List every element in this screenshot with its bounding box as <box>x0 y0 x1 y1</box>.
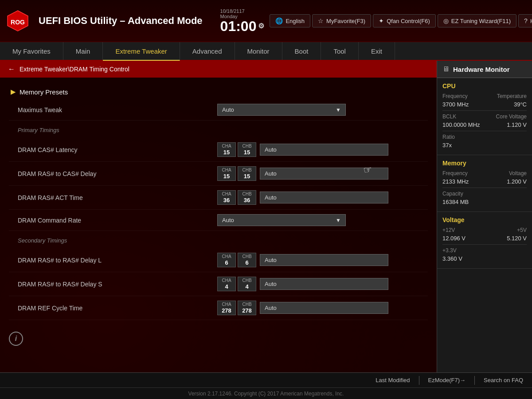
chb-label-act: CHB <box>242 192 251 197</box>
cpu-ratio-label-row: Ratio <box>442 134 527 140</box>
hotkeys-icon: ? <box>524 17 528 24</box>
nav-tool[interactable]: Tool <box>321 42 359 60</box>
memory-capacity-label: Capacity <box>442 191 463 197</box>
dram-ras-ras-delay-s-values: CHA 4 CHB 4 <box>217 277 388 291</box>
main-wrapper: ROG UEFI BIOS Utility – Advanced Mode 10… <box>0 0 532 399</box>
voltage-12v-5v-values-row: 12.096 V 5.120 V <box>442 235 527 242</box>
dram-ras-ras-delay-l-input[interactable] <box>260 254 388 266</box>
cpu-ratio-value: 37x <box>442 142 452 149</box>
dram-cas-latency-row: DRAM CAS# Latency CHA 15 CHB 15 <box>9 138 428 162</box>
dram-command-rate-dropdown[interactable]: Auto ▼ <box>217 214 346 226</box>
dram-cas-latency-input[interactable] <box>260 144 388 156</box>
chb-label-ref: CHB <box>242 302 251 307</box>
cpu-temperature-label: Temperature <box>497 93 527 99</box>
nav-advanced[interactable]: Advanced <box>180 42 235 60</box>
secondary-timings-divider: Secondary Timings <box>9 235 428 246</box>
date-display: 10/18/2117Monday <box>220 8 245 19</box>
dram-ras-cas-delay-input[interactable] <box>260 168 388 180</box>
hotkeys-button[interactable]: ? Hot Keys <box>518 14 532 27</box>
nav-boot[interactable]: Boot <box>282 42 321 60</box>
version-text: Version 2.17.1246. Copyright (C) 2017 Am… <box>0 388 532 399</box>
nav-extreme-tweaker[interactable]: Extreme Tweaker <box>103 42 180 61</box>
content-area: ← Extreme Tweaker\DRAM Timing Control ▶ … <box>0 61 532 372</box>
cpu-ratio-label: Ratio <box>442 134 455 140</box>
bottom-bar: Last Modified EzMode(F7)→ Search on FAQ … <box>0 372 532 399</box>
search-faq-button[interactable]: Search on FAQ <box>484 377 523 383</box>
cha-value-act: 36 <box>223 197 230 203</box>
cpu-core-voltage-label: Core Voltage <box>496 113 527 120</box>
breadcrumb-bar: ← Extreme Tweaker\DRAM Timing Control <box>0 61 437 78</box>
cha-box-delay-l: CHA 6 <box>217 253 236 267</box>
cha-value-ref: 278 <box>222 307 231 314</box>
dram-cas-latency-values: CHA 15 CHB 15 <box>217 142 388 157</box>
plus33v-value: 3.360 V <box>442 255 462 262</box>
chb-label-cas: CHB <box>242 144 251 149</box>
voltage-divider <box>442 244 527 245</box>
cha-box-delay-s: CHA 4 <box>217 277 236 291</box>
breadcrumb-back-button[interactable]: ← <box>8 65 15 73</box>
plus5v-label: +5V <box>517 227 527 233</box>
maximus-tweak-dropdown[interactable]: Auto ▼ <box>217 104 346 116</box>
cha-label-delay-l: CHA <box>222 254 231 259</box>
chb-box-ref: CHB 278 <box>238 301 256 315</box>
dram-ras-act-input[interactable] <box>260 192 388 203</box>
cha-value-ras-cas: 15 <box>223 173 230 180</box>
myfavorite-button[interactable]: ☆ MyFavorite(F3) <box>312 14 371 27</box>
tuning-icon: ◎ <box>443 17 449 24</box>
fan-icon: ✦ <box>379 17 384 24</box>
chb-value-delay-l: 6 <box>245 259 248 266</box>
right-panel: 🖥 Hardware Monitor CPU Frequency Tempera… <box>437 61 532 372</box>
cha-label-ras-cas: CHA <box>222 168 231 173</box>
cha-box-act: CHA 36 <box>217 190 236 205</box>
nav-bar: My Favorites Main Extreme Tweaker Advanc… <box>0 42 532 61</box>
nav-my-favorites[interactable]: My Favorites <box>0 42 63 60</box>
memory-presets-label: Memory Presets <box>20 88 68 96</box>
cha-chb-group-cas: CHA 15 CHB 15 <box>217 142 256 157</box>
cpu-bclk-value: 100.0000 MHz <box>442 121 480 128</box>
english-button[interactable]: 🌐 English <box>270 14 310 27</box>
memory-divider <box>442 188 527 188</box>
dram-ras-ras-delay-l-values: CHA 6 CHB 6 <box>217 253 388 267</box>
cha-label-cas: CHA <box>222 144 231 149</box>
globe-icon: 🌐 <box>275 17 283 24</box>
hardware-monitor-title: Hardware Monitor <box>453 66 510 73</box>
nav-monitor[interactable]: Monitor <box>235 42 282 60</box>
chb-value-cas: 15 <box>244 149 250 156</box>
settings-gear-icon[interactable]: ⚙ <box>258 23 264 30</box>
info-icon[interactable]: i <box>9 332 23 346</box>
dram-ras-ras-delay-l-label: DRAM RAS# to RAS# Delay L <box>18 257 217 264</box>
cpu-frequency-value-row: 3700 MHz 39°C <box>442 101 527 108</box>
cha-chb-group-delay-l: CHA 6 CHB 6 <box>217 253 256 267</box>
ezmode-button[interactable]: EzMode(F7)→ <box>428 377 466 383</box>
dram-ras-ras-delay-s-input[interactable] <box>260 278 388 290</box>
voltage-33v-label-row: +3.3V <box>442 247 527 254</box>
dram-ref-cycle-time-label: DRAM REF Cycle Time <box>18 305 217 312</box>
dram-ref-cycle-time-row: DRAM REF Cycle Time CHA 278 CHB 278 <box>9 296 428 320</box>
cpu-bclk-value-row: 100.0000 MHz 1.120 V <box>442 121 527 128</box>
cpu-temperature-value: 39°C <box>514 101 527 108</box>
memory-presets-section[interactable]: ▶ Memory Presets <box>9 84 428 99</box>
nav-exit[interactable]: Exit <box>359 42 395 60</box>
bottom-actions: Last Modified EzMode(F7)→ Search on FAQ <box>0 373 532 388</box>
breadcrumb-path: Extreme Tweaker\DRAM Timing Control <box>20 66 129 73</box>
cpu-section-title: CPU <box>442 82 527 90</box>
cpu-bclk-label: BCLK <box>442 113 456 120</box>
voltage-section: Voltage +12V +5V 12.096 V 5.120 V +3.3V … <box>437 212 532 269</box>
nav-main[interactable]: Main <box>63 42 103 60</box>
dram-ras-cas-delay-values: CHA 15 CHB 15 <box>217 166 388 181</box>
cha-value-delay-s: 4 <box>225 283 228 290</box>
dram-ref-cycle-time-input[interactable] <box>260 302 388 314</box>
top-buttons: 🌐 English ☆ MyFavorite(F3) ✦ Qfan Contro… <box>270 14 532 27</box>
memory-section: Memory Frequency Voltage 2133 MHz 1.200 … <box>437 155 532 212</box>
qfan-button[interactable]: ✦ Qfan Control(F6) <box>373 14 436 27</box>
dram-ras-ras-delay-l-row: DRAM RAS# to RAS# Delay L CHA 6 CHB 6 <box>9 248 428 272</box>
hardware-monitor-icon: 🖥 <box>442 65 450 73</box>
cpu-frequency-label: Frequency <box>442 93 468 99</box>
chb-box-delay-l: CHB 6 <box>238 253 256 267</box>
last-modified-button[interactable]: Last Modified <box>376 377 410 383</box>
cpu-frequency-row: Frequency Temperature <box>442 93 527 99</box>
eztuning-button[interactable]: ◎ EZ Tuning Wizard(F11) <box>438 14 516 27</box>
dram-command-rate-row: DRAM Command Rate Auto ▼ <box>9 210 428 231</box>
cha-chb-group-ras-cas: CHA 15 CHB 15 <box>217 166 256 181</box>
cha-value-cas: 15 <box>223 149 230 156</box>
